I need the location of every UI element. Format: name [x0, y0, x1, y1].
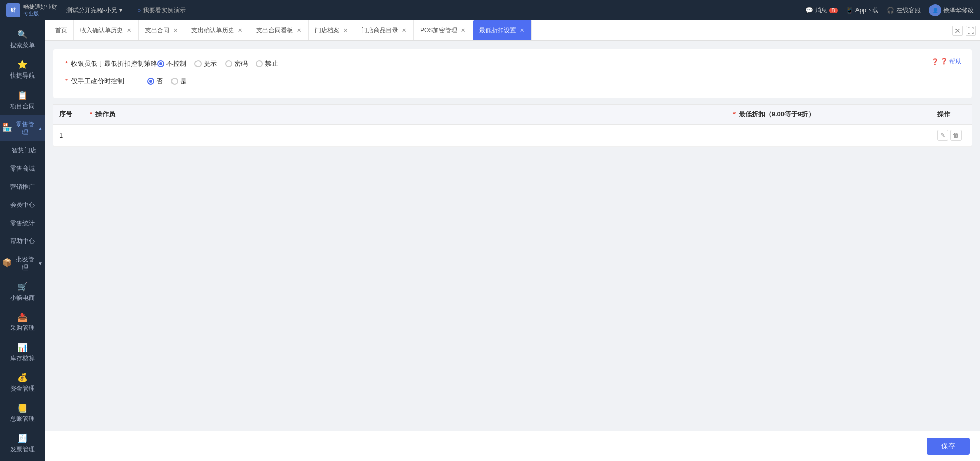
sidebar-item-ecommerce[interactable]: 🛒 小畅电商 [0, 277, 45, 307]
tab-close-pos-encrypt[interactable]: ✕ [459, 27, 467, 34]
tab-close-store-products[interactable]: ✕ [400, 27, 407, 34]
radio-no[interactable]: 否 [147, 77, 163, 86]
tab-store-archive[interactable]: 门店档案 ✕ [309, 20, 355, 41]
tab-close-store-archive[interactable]: ✕ [341, 27, 349, 34]
sidebar-item-marketing[interactable]: 营销推广 [0, 178, 45, 197]
ledger-icon: 📒 [17, 403, 28, 414]
sidebar-item-wholesale[interactable]: 📦 批发管理 ▼ [0, 251, 45, 277]
radio-password[interactable]: 密码 [225, 59, 248, 68]
star-icon: ⭐ [17, 60, 28, 70]
app-download-button[interactable]: 📱 App下载 [846, 6, 878, 15]
user-profile-button[interactable]: 👤 徐泽华修改 [929, 4, 974, 16]
table-header-row: 序号 * 操作员 * 最低折扣（9.00等于9折） 操作 [53, 105, 972, 125]
tab-close-payment-board[interactable]: ✕ [295, 27, 302, 34]
tab-bar: 首页 收入确认单历史 ✕ 支出合同 ✕ 支出确认单历史 ✕ 支出合同看板 ✕ 门… [45, 20, 980, 41]
project-selector[interactable]: 测试分开完程-小兄 ▾ [62, 4, 127, 17]
customer-service-button[interactable]: 🎧 在线客服 [887, 6, 921, 15]
field1-label: * 收银员低于最低折扣控制策略 [65, 59, 157, 68]
sidebar-item-retail-mgmt[interactable]: 🏪 零售管理 ▲ [0, 115, 45, 141]
tab-store-products[interactable]: 门店商品目录 ✕ [355, 20, 414, 41]
tab-fullscreen-button[interactable]: ⛶ [966, 26, 976, 36]
tab-close-min-discount[interactable]: ✕ [518, 27, 525, 34]
table-card: 序号 * 操作员 * 最低折扣（9.00等于9折） 操作 [53, 104, 972, 147]
ecommerce-icon: 🛒 [17, 282, 28, 293]
divider [132, 6, 132, 14]
cell-operator [84, 125, 727, 147]
sidebar-item-finance[interactable]: 💰 资金管理 [0, 368, 45, 398]
inventory-icon: 📊 [17, 343, 28, 353]
col-header-seq: 序号 [53, 105, 84, 125]
col-header-discount: * 最低折扣（9.00等于9折） [727, 105, 931, 125]
radio-circle-forbid [256, 60, 263, 67]
radio-circle-yes [171, 78, 178, 85]
page-footer: 保存 [45, 431, 980, 461]
col-required-mark: * [90, 110, 92, 118]
tab-close-income-confirm[interactable]: ✕ [125, 27, 132, 34]
sidebar-item-purchase[interactable]: 📥 采购管理 [0, 307, 45, 337]
edit-button[interactable]: ✎ [937, 130, 948, 141]
radio-hint[interactable]: 提示 [194, 59, 217, 68]
form-row-field2: * 仅手工改价时控制 否 是 [65, 77, 960, 86]
form-row-field1: * 收银员低于最低折扣控制策略 不控制 提示 [65, 59, 960, 68]
action-buttons: ✎ 🗑 [937, 130, 966, 141]
headset-icon: 🎧 [887, 7, 894, 14]
message-icon: 💬 [805, 7, 813, 14]
sidebar-item-search[interactable]: 🔍 搜索菜单 [0, 25, 45, 55]
radio-yes[interactable]: 是 [171, 77, 187, 86]
help-link[interactable]: ❓ ❓ 帮助 [931, 57, 962, 66]
save-button[interactable]: 保存 [927, 438, 970, 455]
tab-close-payment-confirm[interactable]: ✕ [236, 27, 243, 34]
table-row: 1 ✎ 🗑 [53, 125, 972, 147]
logo-area: 财 畅捷通好业财 专业版 [6, 3, 57, 17]
logo-icon: 财 [6, 3, 20, 17]
cell-min-discount [727, 125, 931, 147]
field1-required-mark: * [65, 60, 68, 67]
sidebar-item-smart-store[interactable]: 智慧门店 [0, 141, 45, 160]
sidebar-item-invoice[interactable]: 🧾 发票管理 [0, 428, 45, 458]
radio-forbid[interactable]: 禁止 [256, 59, 278, 68]
field2-required-mark: * [65, 77, 68, 85]
sidebar-item-member[interactable]: 会员中心 [0, 196, 45, 214]
tab-payment-confirm[interactable]: 支出确认单历史 ✕ [185, 20, 250, 41]
sidebar-item-retail-stats[interactable]: 零售统计 [0, 214, 45, 233]
radio-circle-no-control [157, 60, 164, 67]
download-icon: 📱 [846, 7, 853, 14]
col-header-operator: * 操作员 [84, 105, 727, 125]
cell-seq: 1 [53, 125, 84, 147]
tab-min-discount[interactable]: 最低折扣设置 ✕ [473, 20, 532, 41]
chevron-down-icon: ▼ [38, 260, 43, 267]
tab-payment-contract[interactable]: 支出合同 ✕ [139, 20, 185, 41]
tab-home[interactable]: 首页 [49, 20, 74, 41]
messages-button[interactable]: 💬 消息 8 [805, 6, 838, 15]
radio-no-control[interactable]: 不控制 [157, 59, 186, 68]
radio-circle-hint [194, 60, 202, 67]
chevron-up-icon: ▲ [38, 125, 43, 132]
wholesale-icon: 📦 [2, 258, 12, 269]
delete-button[interactable]: 🗑 [950, 130, 962, 141]
tab-income-confirm[interactable]: 收入确认单历史 ✕ [74, 20, 139, 41]
tab-payment-board[interactable]: 支出合同看板 ✕ [250, 20, 309, 41]
sidebar-item-project[interactable]: 📋 项目合同 [0, 85, 45, 115]
main-layout: 🔍 搜索菜单 ⭐ 快捷导航 📋 项目合同 🏪 零售管理 ▲ 智慧门店 零售商城 … [0, 20, 980, 461]
demo-link[interactable]: ○ 我要看实例演示 [137, 6, 186, 15]
search-icon: 🔍 [17, 30, 28, 40]
tab-close-payment-contract[interactable]: ✕ [172, 27, 179, 34]
sidebar-item-inventory[interactable]: 📊 库存核算 [0, 337, 45, 368]
tab-pos-encrypt[interactable]: POS加密管理 ✕ [414, 20, 473, 41]
sidebar-item-tax[interactable]: 📑 税务管理 [0, 458, 45, 461]
sidebar-item-ledger[interactable]: 📒 总账管理 [0, 398, 45, 428]
tab-close-all-button[interactable]: ✕ [952, 26, 963, 36]
tab-bar-controls: ✕ ⛶ [948, 26, 976, 36]
cell-action: ✎ 🗑 [931, 125, 972, 147]
page-content: ❓ ❓ 帮助 * 收银员低于最低折扣控制策略 不控制 [45, 41, 980, 431]
sidebar-item-help[interactable]: 帮助中心 [0, 232, 45, 251]
messages-badge: 8 [829, 8, 838, 13]
top-bar: 财 畅捷通好业财 专业版 测试分开完程-小兄 ▾ ○ 我要看实例演示 💬 消息 … [0, 0, 980, 20]
sidebar-item-quick-nav[interactable]: ⭐ 快捷导航 [0, 55, 45, 85]
chevron-down-icon: ▾ [119, 7, 122, 14]
content-area: 首页 收入确认单历史 ✕ 支出合同 ✕ 支出确认单历史 ✕ 支出合同看板 ✕ 门… [45, 20, 980, 461]
contract-icon: 📋 [17, 90, 28, 101]
sidebar-item-retail-mall[interactable]: 零售商城 [0, 160, 45, 178]
purchase-icon: 📥 [17, 312, 28, 323]
finance-icon: 💰 [17, 373, 28, 383]
